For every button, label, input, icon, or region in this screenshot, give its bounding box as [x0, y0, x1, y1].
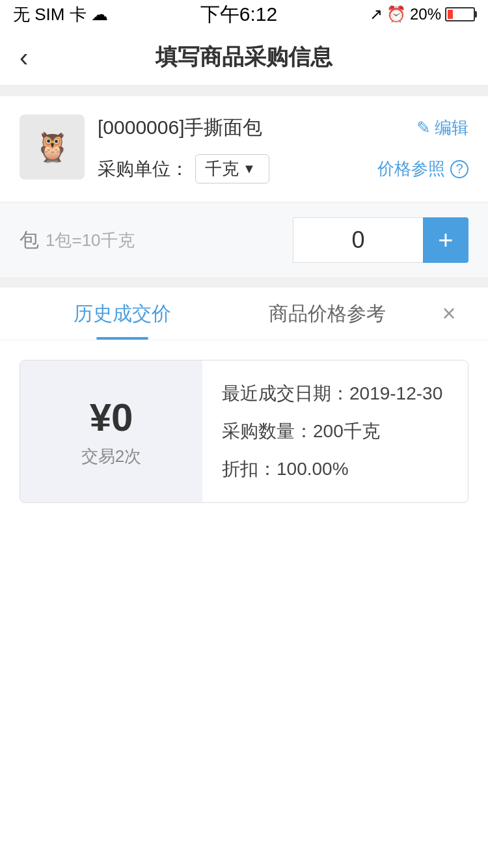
- product-logo-icon: 🦉: [34, 130, 70, 164]
- recent-date-label: 最近成交日期：: [222, 383, 349, 403]
- tab-underline: [96, 337, 148, 340]
- tabs-header: 历史成交价 商品价格参考 ×: [0, 288, 488, 340]
- purchase-unit-row: 采购单位： 千克 ▼ 价格参照 ?: [98, 154, 468, 183]
- quantity-input[interactable]: [293, 217, 423, 263]
- back-button[interactable]: ‹: [20, 44, 28, 70]
- product-header: 🦉 [0000006]手撕面包 ✎ 编辑 采购单位： 千克 ▼: [20, 115, 468, 183]
- nav-bar: ‹ 填写商品采购信息: [0, 29, 488, 86]
- status-time: 下午6:12: [200, 1, 277, 28]
- unit-value: 千克: [205, 157, 239, 180]
- unit-select[interactable]: 千克 ▼: [195, 154, 269, 183]
- status-right: ↗ ⏰ 20%: [370, 5, 475, 23]
- status-bar: 无 SIM 卡 ☁ 下午6:12 ↗ ⏰ 20%: [0, 0, 488, 29]
- product-info: [0000006]手撕面包 ✎ 编辑 采购单位： 千克 ▼ 价格参照 ?: [98, 115, 468, 183]
- status-left: 无 SIM 卡 ☁: [13, 3, 108, 26]
- plus-icon: +: [438, 226, 453, 255]
- product-name-row: [0000006]手撕面包 ✎ 编辑: [98, 115, 468, 141]
- white-fill-area: [0, 522, 488, 868]
- tab-price-ref-label: 商品价格参考: [269, 301, 386, 327]
- quantity-unit-info: 包 1包=10千克: [20, 227, 135, 254]
- price-ref-label: 价格参照: [377, 157, 445, 180]
- deal-recent-date-row: 最近成交日期：2019-12-30: [222, 380, 448, 407]
- deal-discount-row: 折扣：100.00%: [222, 455, 448, 483]
- tab-history-label: 历史成交价: [74, 301, 171, 327]
- purchase-unit-left: 采购单位： 千克 ▼: [98, 154, 269, 183]
- deal-left: ¥0 交易2次: [20, 360, 202, 502]
- edit-button[interactable]: ✎ 编辑: [416, 116, 468, 139]
- purchase-qty-value: 200千克: [313, 421, 380, 441]
- product-name: [0000006]手撕面包: [98, 115, 262, 141]
- deal-trade-count: 交易2次: [81, 445, 141, 468]
- purchase-qty-label: 采购数量：: [222, 421, 313, 441]
- info-icon: ?: [450, 160, 468, 178]
- location-icon: ↗: [370, 5, 383, 23]
- product-card: 🦉 [0000006]手撕面包 ✎ 编辑 采购单位： 千克 ▼: [0, 96, 488, 202]
- tabs-section: 历史成交价 商品价格参考 × ¥0 交易2次 最近成交日期：2019-12-30…: [0, 288, 488, 522]
- deal-purchase-qty-row: 采购数量：200千克: [222, 418, 448, 445]
- unit-conversion: 1包=10千克: [46, 229, 135, 252]
- chevron-down-icon: ▼: [243, 161, 256, 176]
- deal-right: 最近成交日期：2019-12-30 采购数量：200千克 折扣：100.00%: [202, 360, 468, 502]
- recent-date-value: 2019-12-30: [349, 383, 442, 403]
- tab-history-price[interactable]: 历史成交价: [20, 288, 224, 340]
- tab-content: ¥0 交易2次 最近成交日期：2019-12-30 采购数量：200千克 折扣：…: [0, 340, 488, 522]
- purchase-unit-label: 采购单位：: [98, 157, 189, 182]
- quantity-plus-button[interactable]: +: [423, 217, 468, 263]
- edit-label: 编辑: [435, 116, 468, 139]
- battery-icon: [445, 7, 475, 21]
- sim-status: 无 SIM 卡 ☁: [13, 3, 108, 26]
- unit-badge: 包: [20, 227, 39, 254]
- discount-value: 100.00%: [277, 459, 349, 479]
- quantity-input-group: +: [293, 217, 468, 263]
- yuan-symbol: ¥: [90, 396, 111, 439]
- deal-card: ¥0 交易2次 最近成交日期：2019-12-30 采购数量：200千克 折扣：…: [20, 360, 468, 503]
- alarm-icon: ⏰: [386, 5, 406, 23]
- product-image: 🦉: [20, 115, 85, 180]
- deal-price-value: 0: [111, 396, 133, 439]
- discount-label: 折扣：: [222, 459, 277, 479]
- price-ref-button[interactable]: 价格参照 ?: [377, 157, 468, 180]
- page-title: 填写商品采购信息: [156, 42, 332, 72]
- deal-price: ¥0: [90, 395, 133, 440]
- quantity-section: 包 1包=10千克 +: [0, 203, 488, 277]
- battery-percent: 20%: [410, 5, 441, 23]
- edit-icon: ✎: [416, 118, 431, 138]
- tab-close-button[interactable]: ×: [429, 294, 468, 333]
- tab-product-price-ref[interactable]: 商品价格参考: [224, 288, 429, 340]
